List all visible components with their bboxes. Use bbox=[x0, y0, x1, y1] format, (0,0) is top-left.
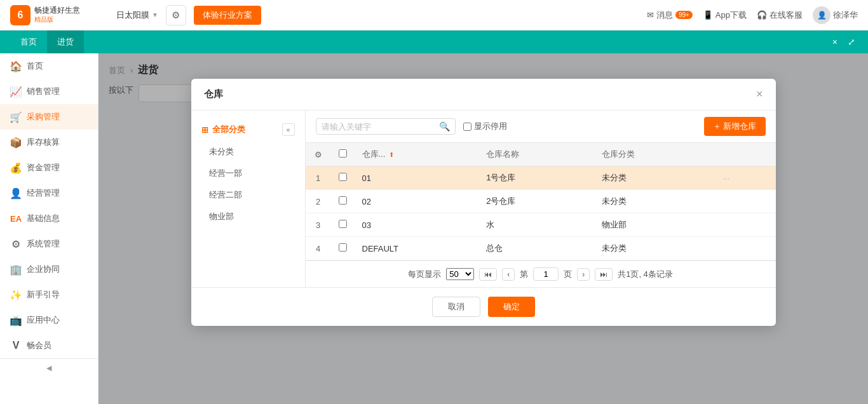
col-gear[interactable]: ⚙ bbox=[306, 143, 331, 166]
enterprise-icon: 🏢 bbox=[10, 264, 22, 275]
modal-overlay: 仓库 × ⊞ 全部分类 « 未分类 经营一部 经营二部 bbox=[98, 53, 868, 404]
cancel-button[interactable]: 取消 bbox=[432, 297, 480, 317]
category-ops2[interactable]: 经营二部 bbox=[191, 184, 305, 206]
sidebar-item-inventory[interactable]: 📦 库存核算 bbox=[0, 130, 98, 155]
select-all-checkbox[interactable] bbox=[339, 149, 347, 158]
member-icon: V bbox=[10, 340, 22, 351]
sidebar-label-finance: 资金管理 bbox=[27, 162, 60, 173]
warehouse-table: ⚙ 仓库... ⬆ bbox=[306, 143, 776, 260]
per-page-select[interactable]: 50 10 20 100 bbox=[446, 268, 474, 280]
category-property[interactable]: 物业部 bbox=[191, 206, 305, 227]
col-check[interactable] bbox=[331, 143, 355, 166]
experience-button[interactable]: 体验行业方案 bbox=[194, 6, 261, 25]
row-checkbox[interactable] bbox=[339, 243, 347, 252]
collapse-button[interactable]: « bbox=[282, 123, 295, 136]
online-service-button[interactable]: 🎧 在线客服 bbox=[757, 10, 803, 21]
page-label: 第 bbox=[520, 269, 528, 280]
row-category: 未分类 bbox=[594, 166, 710, 190]
search-input[interactable] bbox=[322, 122, 435, 131]
nav-expand-icon[interactable]: ⤢ bbox=[845, 34, 858, 50]
row-name: 1号仓库 bbox=[478, 166, 594, 190]
sidebar-item-system[interactable]: ⚙ 系统管理 bbox=[0, 231, 98, 257]
row-actions bbox=[710, 190, 776, 213]
prev-page-button[interactable]: ‹ bbox=[502, 268, 515, 281]
show-disabled-toggle[interactable]: 显示停用 bbox=[463, 121, 507, 132]
confirm-button[interactable]: 确定 bbox=[488, 297, 535, 317]
sidebar-label-inventory: 库存核算 bbox=[27, 137, 60, 148]
sidebar-label-member: 畅会员 bbox=[27, 340, 51, 351]
modal-title: 仓库 bbox=[204, 88, 223, 100]
all-categories[interactable]: ⊞ 全部分类 « bbox=[191, 118, 305, 141]
operation-icon: 👤 bbox=[10, 187, 22, 199]
sidebar-item-sales[interactable]: 📈 销售管理 bbox=[0, 79, 98, 104]
row-actions: ··· bbox=[710, 166, 776, 190]
col-code[interactable]: 仓库... ⬆ bbox=[355, 143, 479, 166]
col-actions bbox=[710, 143, 776, 166]
row-num: 2 bbox=[306, 190, 331, 213]
row-category: 物业部 bbox=[594, 213, 710, 237]
header-right: ✉ 消息 99+ 📱 App下载 🎧 在线客服 👤 徐泽华 bbox=[647, 6, 858, 24]
nav-tab-home[interactable]: 首页 bbox=[10, 30, 47, 53]
row-num: 3 bbox=[306, 213, 331, 237]
row-actions bbox=[710, 237, 776, 260]
row-category: 未分类 bbox=[594, 190, 710, 213]
warehouse-modal: 仓库 × ⊞ 全部分类 « 未分类 经营一部 经营二部 bbox=[191, 79, 776, 326]
sidebar-item-operation[interactable]: 👤 经营管理 bbox=[0, 180, 98, 206]
nav-tab-purchase[interactable]: 进货 bbox=[47, 30, 84, 53]
more-actions-icon[interactable]: ··· bbox=[723, 173, 730, 183]
modal-close-button[interactable]: × bbox=[756, 88, 763, 101]
settings-icon[interactable]: ⚙ bbox=[166, 5, 186, 25]
sidebar-item-guide[interactable]: ✨ 新手引导 bbox=[0, 282, 98, 307]
sidebar-item-member[interactable]: V 畅会员 bbox=[0, 333, 98, 358]
sales-icon: 📈 bbox=[10, 86, 22, 97]
next-page-button[interactable]: › bbox=[577, 268, 590, 281]
col-code-label: 仓库... bbox=[362, 149, 386, 159]
row-check[interactable] bbox=[331, 213, 355, 237]
sidebar-item-purchase[interactable]: 🛒 采购管理 bbox=[0, 104, 98, 130]
last-page-button[interactable]: ⏭ bbox=[595, 268, 613, 281]
row-checkbox[interactable] bbox=[339, 220, 347, 228]
row-code: DEFAULT bbox=[355, 237, 479, 260]
sidebar-item-finance[interactable]: 💰 资金管理 bbox=[0, 155, 98, 180]
sidebar-item-enterprise[interactable]: 🏢 企业协同 bbox=[0, 257, 98, 282]
category-unclassified[interactable]: 未分类 bbox=[191, 141, 305, 163]
user-menu[interactable]: 👤 徐泽华 bbox=[813, 6, 858, 24]
search-icon[interactable]: 🔍 bbox=[439, 121, 450, 131]
modal-body: ⊞ 全部分类 « 未分类 经营一部 经营二部 物业部 bbox=[191, 111, 776, 287]
app-download-button[interactable]: 📱 App下载 bbox=[703, 10, 747, 21]
sidebar-item-basic[interactable]: EA 基础信息 bbox=[0, 206, 98, 231]
row-checkbox[interactable] bbox=[339, 173, 347, 181]
first-page-button[interactable]: ⏮ bbox=[479, 268, 497, 281]
sidebar-expand-btn[interactable]: ◀ bbox=[0, 358, 98, 377]
all-categories-label: 全部分类 bbox=[212, 124, 245, 135]
search-box: 🔍 bbox=[316, 118, 456, 135]
nav-close-icon[interactable]: × bbox=[830, 34, 840, 50]
row-check[interactable] bbox=[331, 190, 355, 213]
nav-bar: 首页 进货 × ⤢ bbox=[0, 30, 868, 53]
table-row: 3 03 水 物业部 bbox=[306, 213, 776, 237]
show-disabled-label: 显示停用 bbox=[474, 121, 507, 132]
row-num: 4 bbox=[306, 237, 331, 260]
store-selector[interactable]: 日太阳膜 ▼ bbox=[116, 10, 158, 21]
add-warehouse-button[interactable]: ＋ 新增仓库 bbox=[704, 117, 766, 136]
sidebar-item-appcenter[interactable]: 📺 应用中心 bbox=[0, 307, 98, 333]
row-actions bbox=[710, 213, 776, 237]
messages-button[interactable]: ✉ 消息 99+ bbox=[647, 10, 693, 21]
finance-icon: 💰 bbox=[10, 162, 22, 173]
show-disabled-checkbox[interactable] bbox=[463, 123, 471, 131]
row-checkbox[interactable] bbox=[339, 196, 347, 205]
row-check[interactable] bbox=[331, 166, 355, 190]
row-check[interactable] bbox=[331, 237, 355, 260]
sidebar-item-home[interactable]: 🏠 首页 bbox=[0, 53, 98, 79]
message-badge: 99+ bbox=[675, 11, 693, 19]
col-name: 仓库名称 bbox=[478, 143, 594, 166]
page-input[interactable] bbox=[533, 267, 559, 281]
row-category: 未分类 bbox=[594, 237, 710, 260]
sidebar-label-appcenter: 应用中心 bbox=[27, 314, 60, 326]
category-ops1[interactable]: 经营一部 bbox=[191, 163, 305, 184]
mobile-icon: 📱 bbox=[703, 10, 713, 20]
table-row: 4 DEFAULT 总仓 未分类 bbox=[306, 237, 776, 260]
message-icon: ✉ bbox=[647, 10, 654, 20]
inventory-icon: 📦 bbox=[10, 137, 22, 148]
app-download-label: App下载 bbox=[715, 10, 747, 21]
